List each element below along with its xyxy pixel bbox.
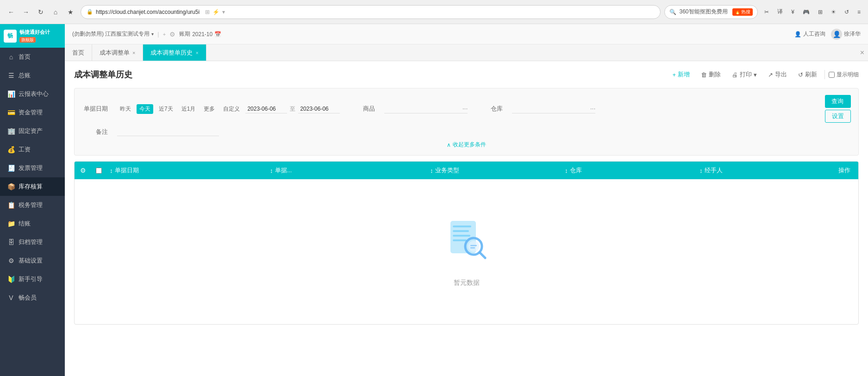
sidebar-item-settings[interactable]: ⚙ 基础设置 — [0, 251, 65, 270]
sidebar-item-salary[interactable]: 💰 工资 — [0, 140, 65, 159]
brightness-tool[interactable]: ☀ — [828, 7, 839, 17]
sidebar-item-report[interactable]: 📊 云报表中心 — [0, 85, 65, 103]
tab-cost-history-close[interactable]: × — [195, 50, 198, 56]
date-filter-label: 单据日期 — [82, 105, 108, 113]
th-num[interactable]: ↕ 单据... — [266, 166, 426, 175]
browser-apps-icon[interactable]: ⊞ — [205, 9, 210, 15]
back-button[interactable]: ← — [5, 6, 18, 19]
undo-tool[interactable]: ↺ — [842, 7, 852, 17]
add-company-icon[interactable]: + — [163, 31, 166, 37]
forward-button[interactable]: → — [19, 6, 32, 19]
sidebar-item-archive[interactable]: 🗄 归档管理 — [0, 233, 65, 251]
period-info: 账期 2021-10 📅 — [179, 30, 221, 38]
funds-icon: 💳 — [7, 109, 15, 116]
tab-cost-history[interactable]: 成本调整单历史 × — [143, 44, 206, 61]
filter-row-1: 单据日期 昨天 今天 近7天 近1月 更多 自定义 至 商品 — [82, 95, 851, 123]
date-btn-1month[interactable]: 近1月 — [179, 104, 199, 114]
reload-button[interactable]: ↻ — [34, 6, 47, 19]
print-button[interactable]: 🖨 打印 ▾ — [728, 69, 761, 81]
salary-icon: 💰 — [7, 146, 15, 153]
search-bar[interactable]: 🔍 360智能抠图免费用 🔥 热搜 — [664, 5, 758, 19]
print-dropdown-icon[interactable]: ▾ — [754, 71, 757, 78]
reset-button[interactable]: 设置 — [825, 110, 851, 123]
sidebar-item-inventory[interactable]: 📦 库存核算 — [0, 177, 65, 196]
date-btn-yesterday[interactable]: 昨天 — [117, 104, 134, 114]
goods-filter-select[interactable]: ··· — [384, 105, 468, 113]
svg-rect-9 — [470, 247, 475, 249]
tab-bar: 首页 成本调整单 × 成本调整单历史 × × — [65, 44, 868, 61]
th-date[interactable]: ↕ 单据日期 — [106, 166, 266, 175]
translate-tool[interactable]: 译 — [774, 6, 786, 17]
scissors-tool[interactable]: ✂ — [762, 7, 772, 17]
refresh-button[interactable]: ↺ 刷新 — [794, 69, 821, 81]
sidebar-item-vip[interactable]: V 畅会员 — [0, 288, 65, 307]
ledger-icon: ☰ — [7, 72, 15, 79]
user-button[interactable]: 👤 徐泽华 — [831, 29, 861, 40]
menu-tool[interactable]: ≡ — [855, 7, 863, 17]
query-button[interactable]: 查询 — [825, 95, 851, 108]
date-btn-more[interactable]: 更多 — [201, 104, 218, 114]
tab-bar-end: × — [860, 44, 868, 61]
sidebar-item-label: 工资 — [19, 145, 31, 154]
sidebar-item-funds[interactable]: 💳 资金管理 — [0, 103, 65, 122]
invoice-icon: 🧾 — [7, 164, 15, 172]
th-type[interactable]: ↕ 业务类型 — [426, 166, 561, 175]
tab-cost-adjust-close[interactable]: × — [132, 50, 135, 56]
sidebar-item-invoice[interactable]: 🧾 发票管理 — [0, 159, 65, 177]
delete-button[interactable]: 🗑 删除 — [697, 69, 724, 81]
date-btn-today[interactable]: 今天 — [137, 104, 153, 114]
tab-home[interactable]: 首页 — [65, 44, 92, 61]
star-button[interactable]: ★ — [64, 6, 77, 19]
calendar-icon[interactable]: 📅 — [214, 31, 221, 38]
warehouse-filter-select[interactable]: ··· — [512, 105, 595, 113]
sort-icon: ↕ — [110, 167, 113, 174]
close-all-tabs-icon[interactable]: × — [860, 49, 864, 57]
sidebar-item-closing[interactable]: 📁 结账 — [0, 214, 65, 233]
svg-line-7 — [480, 252, 485, 258]
company-settings-icon[interactable]: ⚙ — [169, 31, 175, 38]
new-button[interactable]: + 新增 — [668, 69, 693, 81]
table-header: ⚙ ↕ 单据日期 ↕ 单据... ↕ 业务类型 — [75, 162, 858, 179]
remark-input[interactable] — [117, 127, 219, 136]
warehouse-select-dots[interactable]: ··· — [590, 105, 596, 112]
apps-tool[interactable]: ⊞ — [815, 7, 825, 17]
customer-service-button[interactable]: 👤 人工咨询 — [794, 30, 825, 38]
sidebar-item-home[interactable]: ⌂ 首页 — [0, 48, 65, 66]
sidebar-item-label: 基础设置 — [19, 257, 43, 265]
game-tool[interactable]: 🎮 — [800, 7, 812, 17]
date-btn-custom[interactable]: 自定义 — [220, 104, 243, 114]
date-from-input[interactable] — [245, 105, 287, 113]
dropdown-icon[interactable]: ▾ — [222, 9, 225, 15]
th-warehouse[interactable]: ↕ 仓库 — [561, 166, 696, 175]
collapse-button[interactable]: ∧ 收起更多条件 — [82, 141, 851, 149]
th-warehouse-label: 仓库 — [570, 166, 582, 175]
select-all-checkbox[interactable] — [96, 168, 102, 174]
sidebar-item-label: 新手引导 — [19, 275, 43, 283]
display-detail-input[interactable] — [829, 72, 835, 78]
tab-cost-adjust[interactable]: 成本调整单 × — [92, 44, 143, 61]
sidebar-item-label: 云报表中心 — [19, 90, 49, 98]
sidebar-item-tax[interactable]: 📋 税务管理 — [0, 196, 65, 214]
sort-icon: ↕ — [565, 167, 568, 174]
report-icon: 📊 — [7, 90, 15, 98]
table-settings-icon[interactable]: ⚙ — [75, 167, 91, 174]
table-select-all[interactable] — [91, 168, 106, 174]
date-btn-7days[interactable]: 近7天 — [156, 104, 176, 114]
coin-tool[interactable]: ¥ — [788, 7, 797, 17]
vip-icon: V — [7, 294, 15, 301]
sidebar-item-assets[interactable]: 🏢 固定资产 — [0, 122, 65, 140]
home-button[interactable]: ⌂ — [49, 6, 62, 19]
sidebar-item-ledger[interactable]: ☰ 总账 — [0, 66, 65, 85]
export-button[interactable]: ↗ 导出 — [764, 69, 791, 81]
date-to-input[interactable] — [298, 105, 340, 113]
top-bar: (勿删勿禁用) 江西服宝测试专用 ▾ | + ⚙ 账期 2021-10 📅 👤 … — [65, 24, 868, 44]
empty-icon — [443, 216, 490, 271]
company-selector[interactable]: (勿删勿禁用) 江西服宝测试专用 ▾ — [72, 30, 154, 38]
svg-rect-8 — [470, 245, 477, 246]
address-bar[interactable]: 🔒 https://cloud.chanjet.com/accounting/u… — [81, 5, 661, 19]
th-operator[interactable]: ↕ 经手人 — [696, 166, 831, 175]
sidebar-item-guide[interactable]: 🔰 新手引导 — [0, 270, 65, 288]
main-content: (勿删勿禁用) 江西服宝测试专用 ▾ | + ⚙ 账期 2021-10 📅 👤 … — [65, 24, 868, 376]
display-detail-checkbox[interactable]: 显示明细 — [829, 71, 859, 79]
goods-select-dots[interactable]: ··· — [462, 105, 468, 112]
